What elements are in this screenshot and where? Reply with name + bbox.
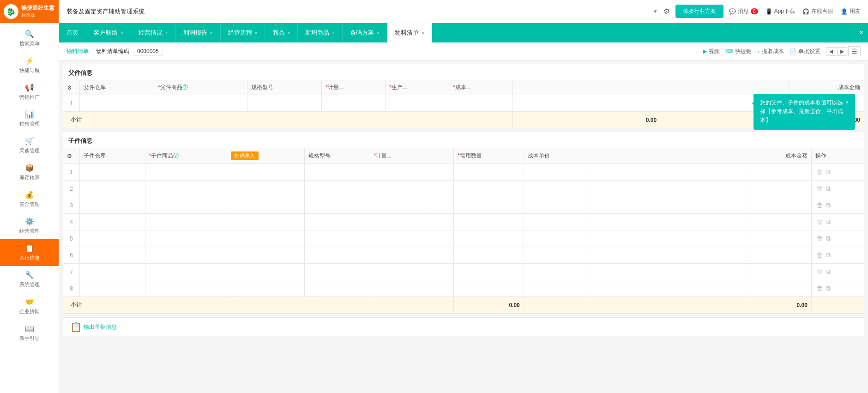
tab-goods[interactable]: 商品 × <box>265 23 298 42</box>
scan-input-btn[interactable]: 扫码录入 <box>231 151 259 160</box>
settings-icon[interactable]: ⚙ <box>663 7 670 16</box>
next-page-btn[interactable]: ▶ <box>837 47 847 56</box>
copy-row-3-btn[interactable]: ⧉ <box>826 201 831 209</box>
inventory-icon: 📦 <box>25 163 34 172</box>
parent-cost-cell[interactable] <box>449 95 513 112</box>
add-row-btn[interactable]: 📋 输出单据信息 <box>70 321 117 333</box>
tab-profit[interactable]: 利润报告 × <box>176 23 221 42</box>
list-view-btn[interactable]: ☰ <box>848 46 861 56</box>
tab-customer-close[interactable]: × <box>121 30 123 36</box>
sidebar-item-guide[interactable]: 📖 新手引导 <box>0 320 59 346</box>
guide-icon: 📖 <box>25 324 34 333</box>
view-btn[interactable]: ▶ 视频 <box>703 48 720 55</box>
child-settings-col[interactable]: ⚙ <box>63 148 80 164</box>
sidebar-item-inventory[interactable]: 📦 库存核算 <box>0 159 59 186</box>
close-all-tabs[interactable]: × <box>855 29 868 37</box>
tab-ops-history[interactable]: 经营历程 × <box>221 23 265 42</box>
copy-row-7-btn[interactable]: ⧉ <box>826 268 831 275</box>
play-icon: ▶ <box>703 48 707 54</box>
child-product-col: *子件商品⑦ <box>145 148 227 164</box>
tab-barcode[interactable]: 条码方案 × <box>343 23 387 42</box>
parent-settings-col[interactable]: ⚙ <box>63 80 80 95</box>
copy-row-4-btn[interactable]: ⧉ <box>826 218 831 225</box>
sidebar-item-ops[interactable]: ⚙️ 经营管理 <box>0 212 59 239</box>
sidebar: 🐉 畅捷通好生意 标准版 🔍 搜索菜单 ⚡ 快捷导航 📢 营销推广 📊 销售管理… <box>0 0 59 393</box>
copy-row-8-btn[interactable]: ⧉ <box>826 284 831 292</box>
child-qty-1[interactable] <box>454 164 524 181</box>
delete-row-8-btn[interactable]: 🗑 <box>816 284 823 292</box>
tab-new-goods-close[interactable]: × <box>332 30 335 36</box>
tab-home[interactable]: 首页 <box>59 23 86 42</box>
app-icon: 📱 <box>766 8 772 15</box>
delete-row-7-btn[interactable]: 🗑 <box>816 268 823 275</box>
message-badge: 6 <box>751 8 758 14</box>
delete-row-4-btn[interactable]: 🗑 <box>816 218 823 225</box>
tab-material-list[interactable]: 物料清单 × <box>387 23 432 42</box>
single-settings-btn[interactable]: 📄 单据设置 <box>790 48 820 55</box>
extract-cost-btn[interactable]: ↓ 提取成本 <box>757 48 784 55</box>
child-spec-1[interactable] <box>305 164 370 181</box>
toolbar-right: ▶ 视频 ⌨ 快捷键 ↓ 提取成本 📄 单据设置 ◀ ▶ <box>703 46 861 56</box>
online-service-action[interactable]: 🎧 在线客服 <box>802 7 833 15</box>
basic-icon: 📋 <box>25 244 34 253</box>
prev-page-btn[interactable]: ◀ <box>826 47 836 56</box>
sidebar-item-finance[interactable]: 💰 资金管理 <box>0 186 59 212</box>
user-icon: 👤 <box>841 8 848 15</box>
child-unit-2[interactable] <box>370 181 426 197</box>
breadcrumb-parent[interactable]: 物料清单 <box>66 48 89 55</box>
sidebar-item-quick-nav[interactable]: ⚡ 快捷导航 <box>0 52 59 79</box>
trial-button[interactable]: 体验行业方案 <box>675 5 723 18</box>
parent-subtotal-label: 小计 <box>63 112 513 128</box>
bottom-bar: 📋 输出单据信息 <box>63 317 864 336</box>
child-product-1[interactable] <box>145 164 227 181</box>
parent-production-cell[interactable] <box>386 95 449 112</box>
parent-unit-cell[interactable] <box>322 95 386 112</box>
tab-ops-history-close[interactable]: × <box>255 30 258 36</box>
parent-spec-cell[interactable] <box>247 95 322 112</box>
tab-ops-status-close[interactable]: × <box>165 30 168 36</box>
tab-new-goods[interactable]: 新增商品 × <box>298 23 343 42</box>
sidebar-item-purchase[interactable]: 🛒 采购管理 <box>0 132 59 159</box>
tab-ops-status[interactable]: 经营情况 × <box>131 23 176 42</box>
child-warehouse-1[interactable] <box>80 164 145 181</box>
copy-row-6-btn[interactable]: ⧉ <box>826 251 831 259</box>
delete-row-6-btn[interactable]: 🗑 <box>816 251 823 259</box>
delete-row-3-btn[interactable]: 🗑 <box>816 201 823 209</box>
sidebar-item-sales[interactable]: 📊 销售管理 <box>0 105 59 132</box>
sidebar-item-search[interactable]: 🔍 搜索菜单 <box>0 25 59 52</box>
child-unit-1[interactable] <box>370 164 426 181</box>
shortcut-btn[interactable]: ⌨ 快捷键 <box>725 48 752 55</box>
parent-product-cell[interactable] <box>154 95 247 112</box>
sidebar-item-system[interactable]: 🔧 系统管理 <box>0 266 59 293</box>
tooltip-close-btn[interactable]: × <box>845 98 849 107</box>
dropdown-arrow[interactable]: ▼ <box>652 8 658 15</box>
tab-barcode-close[interactable]: × <box>377 30 380 36</box>
tab-goods-close[interactable]: × <box>287 30 290 36</box>
child-warehouse-2[interactable] <box>80 181 145 197</box>
tab-customer[interactable]: 客户联络 × <box>86 23 131 42</box>
message-action[interactable]: 💬 消息 6 <box>729 7 758 15</box>
parent-subtotal-row: 小计 0.00 0.00 <box>63 112 864 128</box>
copy-row-2-btn[interactable]: ⧉ <box>826 185 831 192</box>
main-area: 装备及固定资产辅助管理系统 ▼ ⚙ 体验行业方案 💬 消息 6 📱 App下载 … <box>59 0 868 393</box>
child-amount-1 <box>746 164 812 181</box>
delete-row-2-btn[interactable]: 🗑 <box>816 185 823 192</box>
parent-warehouse-cell[interactable] <box>80 95 154 112</box>
copy-row-5-btn[interactable]: ⧉ <box>826 235 831 242</box>
delete-row-1-btn[interactable]: 🗑 <box>816 168 823 175</box>
app-download-action[interactable]: 📱 App下载 <box>766 7 795 15</box>
copy-row-1-btn[interactable]: ⧉ <box>826 168 831 175</box>
child-product-2[interactable] <box>145 181 227 197</box>
child-price-1[interactable] <box>524 164 589 181</box>
sidebar-item-basic[interactable]: 📋 基础信息 <box>0 239 59 266</box>
sidebar-item-collab[interactable]: 🤝 企业协同 <box>0 293 59 320</box>
delete-row-5-btn[interactable]: 🗑 <box>816 235 823 242</box>
tab-profit-close[interactable]: × <box>210 30 213 36</box>
child-price-2[interactable] <box>524 181 589 197</box>
child-qty-2[interactable] <box>454 181 524 197</box>
tab-material-close[interactable]: × <box>422 30 424 36</box>
parent-production-col: *生产... <box>386 80 449 95</box>
child-spec-2[interactable] <box>305 181 370 197</box>
sidebar-item-marketing[interactable]: 📢 营销推广 <box>0 79 59 105</box>
user-action[interactable]: 👤 用友 <box>841 7 861 15</box>
